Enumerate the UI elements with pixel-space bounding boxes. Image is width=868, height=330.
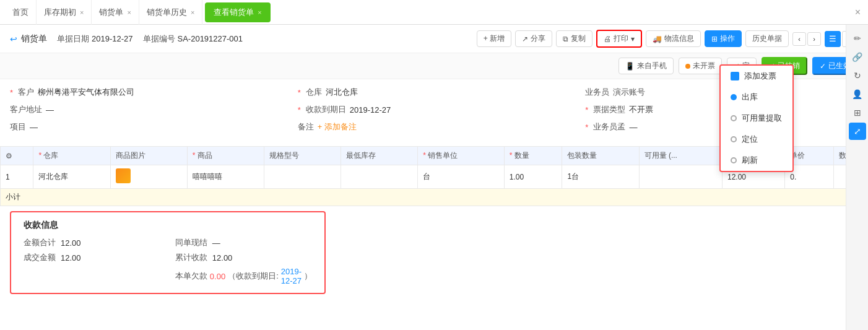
doc-type-icon: ↩: [10, 34, 17, 44]
cell-package-qty: 1台: [562, 165, 639, 189]
current-owed-value: 0.00: [210, 272, 225, 281]
window-close-button[interactable]: ×: [855, 7, 861, 18]
outbound-icon: [731, 94, 737, 100]
document-header: ↩ 销货单 单据日期 2019-12-27 单据编号 SA-20191227-0…: [0, 25, 868, 53]
dropdown-available-pickup[interactable]: 可用量提取: [721, 108, 792, 129]
ticket-type-value: 不开票: [629, 104, 653, 115]
refresh-icon: [731, 157, 737, 163]
outbound-label: 出库: [742, 92, 758, 103]
address-field: 客户地址 —: [10, 104, 283, 115]
payment-grid: 金额合计 12.00 同单现结 — 成交金额 12.00 累计收款 12.00 …: [24, 237, 312, 285]
project-value: —: [30, 123, 38, 132]
dropdown-add-invoice[interactable]: 添加发票: [721, 66, 792, 87]
remark-field: 备注 + 添加备注: [298, 121, 571, 132]
share-icon: ↗: [522, 35, 528, 43]
tab-sales-history[interactable]: 销货单历史 ×: [139, 0, 202, 25]
tab-view-sales-close[interactable]: ×: [258, 9, 261, 16]
accumulated-value: 12.00: [212, 253, 233, 263]
sidebar-edit-icon[interactable]: ✏: [849, 30, 866, 47]
operation-dropdown: 添加发票 出库 可用量提取 定位 刷新: [719, 64, 794, 172]
print-button[interactable]: 🖨 打印 ▾: [596, 30, 642, 48]
tab-view-sales[interactable]: 查看销货单 ×: [205, 2, 270, 22]
add-remark-button[interactable]: + 添加备注: [318, 121, 357, 132]
cell-warehouse: 河北仓库: [33, 165, 110, 189]
cell-quantity: 1.00: [504, 165, 562, 189]
col-product-image: 商品图片: [110, 147, 187, 165]
col-gear: ⚙: [1, 147, 33, 165]
tab-view-sales-label: 查看销货单: [214, 7, 254, 18]
nav-arrows: ‹ ›: [792, 32, 821, 46]
payment-date-field: * 收款到期日 2019-12-27: [298, 104, 571, 115]
copy-button[interactable]: ⧉ 复制: [556, 30, 592, 47]
doc-type-label: 销货单: [21, 33, 47, 45]
sidebar-user-icon[interactable]: 👤: [849, 85, 866, 103]
tab-sales-history-label: 销货单历史: [147, 7, 187, 18]
main-content: ↩ 销货单 单据日期 2019-12-27 单据编号 SA-20191227-0…: [0, 25, 868, 330]
logistics-button[interactable]: 🚚 物流信息: [646, 30, 701, 47]
sidebar-refresh-icon[interactable]: ↻: [849, 67, 866, 84]
sidebar-expand-icon[interactable]: ⤢: [849, 123, 866, 140]
cell-available: [639, 165, 722, 189]
product-image: [116, 168, 131, 183]
new-button[interactable]: + 新增: [477, 30, 511, 47]
total-amount-row: 金额合计 12.00: [24, 237, 160, 248]
tab-bar: 首页 库存期初 × 销货单 × 销货单历史 × 查看销货单 × ×: [0, 0, 868, 25]
cell-min-stock: [341, 165, 418, 189]
current-owed-row: 本单欠款 0.00 （收款到期日: 2019-12-27 ）: [175, 267, 312, 285]
warehouse-field: * 仓库 河北仓库: [298, 87, 571, 98]
tab-sales-history-close[interactable]: ×: [191, 9, 194, 16]
tab-home-label: 首页: [12, 7, 28, 18]
check-icon-effect: ✓: [820, 62, 826, 71]
total-amount-value: 12.00: [61, 238, 81, 248]
warehouse-value: 河北仓库: [326, 87, 358, 98]
operation-icon: ⊞: [711, 35, 718, 43]
history-button[interactable]: 历史单据: [745, 30, 789, 47]
sidebar-link-icon[interactable]: 🔗: [849, 48, 866, 66]
not-open-button[interactable]: 未开票: [679, 58, 722, 74]
subtotal-row: 小计: [1, 189, 868, 206]
tab-sales-order-label: 销货单: [99, 7, 123, 18]
prev-arrow[interactable]: ‹: [792, 32, 806, 46]
operation-button[interactable]: ⊞ 操作: [705, 30, 742, 47]
cell-sales-unit: 台: [418, 165, 504, 189]
add-invoice-label: 添加发票: [744, 71, 776, 82]
right-sidebar: ✏ 🔗 ↻ 👤 ⊞ ⤢: [846, 25, 868, 330]
tab-inventory-init-close[interactable]: ×: [80, 9, 84, 16]
dropdown-refresh[interactable]: 刷新: [721, 150, 792, 171]
refresh-label: 刷新: [742, 155, 758, 166]
number-value: SA-20191227-001: [178, 34, 243, 43]
print-icon: 🖨: [604, 35, 611, 43]
tab-sales-order[interactable]: 销货单 ×: [92, 0, 139, 25]
project-field: 项目 —: [10, 121, 283, 132]
share-button[interactable]: ↗ 分享: [515, 30, 552, 47]
col-warehouse: * 仓库: [33, 147, 110, 165]
phone-icon: 📱: [625, 62, 635, 71]
sidebar-data-icon[interactable]: ⊞: [849, 104, 866, 121]
tab-sales-order-close[interactable]: ×: [127, 9, 131, 16]
list-view-button[interactable]: ☰: [825, 31, 841, 47]
col-product: * 商品: [187, 147, 264, 165]
tab-home[interactable]: 首页: [5, 0, 37, 25]
col-sales-unit: * 销售单位: [418, 147, 504, 165]
salesperson-value: —: [629, 123, 637, 132]
from-phone-button[interactable]: 📱 来自手机: [618, 58, 674, 74]
logistics-icon: 🚚: [653, 35, 662, 43]
number-label: 单据编号 SA-20191227-001: [143, 33, 243, 45]
address-value: —: [46, 105, 54, 115]
next-arrow[interactable]: ›: [807, 32, 821, 46]
subtotal-label: 小计: [1, 189, 868, 206]
tab-inventory-init[interactable]: 库存期初 ×: [37, 0, 92, 25]
col-spec: 规格型号: [264, 147, 341, 165]
document-meta: 单据日期 2019-12-27 单据编号 SA-20191227-001: [57, 33, 243, 45]
available-pickup-icon: [731, 115, 737, 121]
due-date-value: 2019-12-27: [281, 267, 302, 285]
dropdown-outbound[interactable]: 出库: [721, 87, 792, 108]
add-invoice-icon: [731, 72, 739, 80]
accumulated-row: 累计收款 12.00: [175, 252, 312, 263]
staff-value: 演示账号: [613, 87, 645, 98]
cell-spec: [264, 165, 341, 189]
transaction-value: 12.00: [61, 253, 81, 263]
col-available: 可用量 (...: [639, 147, 722, 165]
cell-seq: 1: [1, 165, 33, 189]
dropdown-locate[interactable]: 定位: [721, 129, 792, 150]
